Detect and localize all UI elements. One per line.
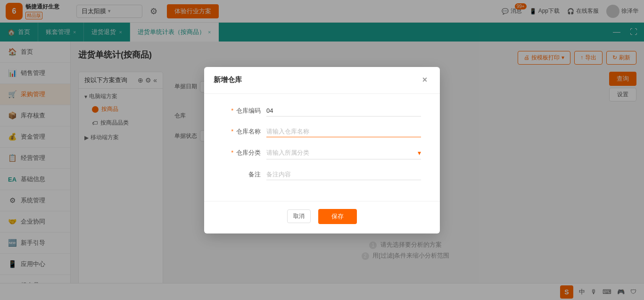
warehouse-remark-input[interactable] (266, 169, 421, 180)
warehouse-name-input[interactable] (266, 126, 421, 137)
dialog-header: 新增仓库 × (204, 67, 440, 94)
form-row-remark: 备注 (223, 169, 421, 180)
form-label-name: * 仓库名称 (223, 127, 261, 136)
form-row-code: * 仓库编码 (223, 105, 421, 117)
warehouse-category-placeholder: 请输入所属分类 (266, 149, 309, 157)
form-row-name: * 仓库名称 (223, 126, 421, 137)
modal-overlay[interactable]: 新增仓库 × * 仓库编码 * 仓库名称 (0, 0, 644, 300)
form-label-code: * 仓库编码 (223, 107, 261, 115)
required-star-code: * (231, 107, 233, 114)
form-label-category: * 仓库分类 (223, 149, 261, 157)
form-label-remark: 备注 (223, 170, 261, 179)
dialog-body: * 仓库编码 * 仓库名称 * 仓库分类 请输入所属 (204, 94, 440, 201)
form-row-category: * 仓库分类 请输入所属分类 ▾ (223, 147, 421, 159)
required-star-name: * (231, 128, 233, 135)
dialog-footer: 取消 保存 (204, 201, 440, 233)
warehouse-category-select[interactable]: 请输入所属分类 ▾ (266, 147, 421, 159)
required-star-category: * (231, 149, 233, 156)
save-btn[interactable]: 保存 (318, 209, 357, 224)
dialog-add-warehouse: 新增仓库 × * 仓库编码 * 仓库名称 (204, 67, 440, 233)
cancel-btn[interactable]: 取消 (287, 209, 311, 223)
warehouse-code-input[interactable] (266, 105, 421, 117)
select-arrow-icon: ▾ (418, 149, 421, 157)
dialog-close-btn[interactable]: × (419, 75, 430, 86)
dialog-title: 新增仓库 (214, 75, 242, 84)
